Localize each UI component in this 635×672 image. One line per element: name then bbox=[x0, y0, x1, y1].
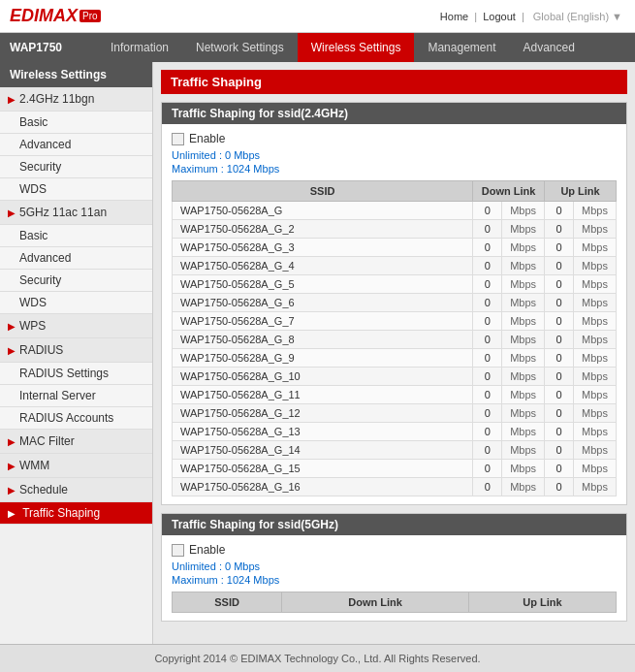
table-row: WAP1750-05628A_G_4 0 Mbps 0 Mbps bbox=[173, 257, 617, 275]
sidebar-section-5ghz: ▶ 5GHz 11ac 11an Basic Advanced Security… bbox=[0, 201, 152, 314]
ul-value: 0 bbox=[545, 220, 574, 239]
sidebar-item-24-advanced[interactable]: Advanced bbox=[0, 134, 152, 156]
arrow-icon-schedule: ▶ bbox=[8, 485, 16, 496]
sidebar: Wireless Settings ▶ 2.4GHz 11bgn Basic A… bbox=[0, 62, 153, 644]
table-row: WAP1750-05628A_G_2 0 Mbps 0 Mbps bbox=[173, 220, 617, 239]
logo-pro: Pro bbox=[79, 10, 101, 22]
ul-value: 0 bbox=[545, 312, 574, 331]
logo-text: EDIMAX bbox=[10, 6, 78, 26]
sidebar-group-5ghz[interactable]: ▶ 5GHz 11ac 11an bbox=[0, 201, 152, 225]
sidebar-item-24-basic[interactable]: Basic bbox=[0, 112, 152, 134]
sidebar-group-mac-filter[interactable]: ▶ MAC Filter bbox=[0, 430, 152, 454]
enable-checkbox-24ghz[interactable] bbox=[172, 133, 184, 145]
tab-management[interactable]: Management bbox=[414, 33, 509, 62]
ul-value: 0 bbox=[545, 460, 574, 478]
table-row: WAP1750-05628A_G_15 0 Mbps 0 Mbps bbox=[173, 460, 617, 478]
table-row: WAP1750-05628A_G_14 0 Mbps 0 Mbps bbox=[173, 441, 617, 460]
col-ssid-5ghz: SSID bbox=[173, 592, 282, 613]
navbar: WAP1750 Information Network Settings Wir… bbox=[0, 33, 635, 62]
section-header-24ghz: Traffic Shaping for ssid(2.4GHz) bbox=[162, 103, 626, 124]
ul-unit: Mbps bbox=[574, 294, 617, 312]
ssid-cell: WAP1750-05628A_G_11 bbox=[173, 386, 473, 404]
page-header: EDIMAX Pro Home | Logout | Global (Engli… bbox=[0, 0, 635, 33]
table-row: WAP1750-05628A_G_9 0 Mbps 0 Mbps bbox=[173, 349, 617, 368]
home-link[interactable]: Home bbox=[440, 11, 468, 22]
ul-value: 0 bbox=[545, 386, 574, 404]
tab-network-settings[interactable]: Network Settings bbox=[182, 33, 298, 62]
sidebar-item-radius-accounts[interactable]: RADIUS Accounts bbox=[0, 407, 152, 430]
dl-unit: Mbps bbox=[502, 257, 545, 275]
ssid-cell: WAP1750-05628A_G_6 bbox=[173, 294, 473, 312]
table-row: WAP1750-05628A_G_3 0 Mbps 0 Mbps bbox=[173, 239, 617, 257]
ul-value: 0 bbox=[545, 423, 574, 441]
sidebar-group-wmm[interactable]: ▶ WMM bbox=[0, 454, 152, 478]
table-wrapper-24ghz[interactable]: SSID Down Link Up Link WAP1750-05628A_G … bbox=[172, 180, 617, 496]
table-row: WAP1750-05628A_G_11 0 Mbps 0 Mbps bbox=[173, 386, 617, 404]
sidebar-group-schedule[interactable]: ▶ Schedule bbox=[0, 478, 152, 502]
sidebar-group-label-radius: RADIUS bbox=[19, 343, 63, 357]
shaping-table-24ghz: SSID Down Link Up Link WAP1750-05628A_G … bbox=[172, 180, 617, 496]
ul-unit: Mbps bbox=[574, 239, 617, 257]
dl-value: 0 bbox=[473, 331, 502, 349]
dl-unit: Mbps bbox=[502, 239, 545, 257]
col-uplink-5ghz: Up Link bbox=[468, 592, 616, 613]
tab-information[interactable]: Information bbox=[97, 33, 182, 62]
device-name: WAP1750 bbox=[10, 33, 97, 62]
ul-value: 0 bbox=[545, 441, 574, 460]
enable-row-24ghz: Enable bbox=[172, 132, 617, 145]
sidebar-group-radius[interactable]: ▶ RADIUS bbox=[0, 338, 152, 363]
ssid-cell: WAP1750-05628A_G_13 bbox=[173, 423, 473, 441]
ul-unit: Mbps bbox=[574, 257, 617, 275]
ssid-cell: WAP1750-05628A_G_15 bbox=[173, 460, 473, 478]
dl-value: 0 bbox=[473, 239, 502, 257]
sidebar-group-wps[interactable]: ▶ WPS bbox=[0, 314, 152, 338]
enable-checkbox-5ghz[interactable] bbox=[172, 544, 184, 557]
tab-wireless-settings[interactable]: Wireless Settings bbox=[298, 33, 415, 62]
table-row: WAP1750-05628A_G_8 0 Mbps 0 Mbps bbox=[173, 331, 617, 349]
ul-value: 0 bbox=[545, 239, 574, 257]
ssid-cell: WAP1750-05628A_G_12 bbox=[173, 404, 473, 423]
sidebar-item-5-security[interactable]: Security bbox=[0, 270, 152, 292]
section-content-5ghz: Enable Unlimited : 0 Mbps Maximum : 1024… bbox=[162, 535, 626, 621]
table-row: WAP1750-05628A_G 0 Mbps 0 Mbps bbox=[173, 202, 617, 220]
section-24ghz: Traffic Shaping for ssid(2.4GHz) Enable … bbox=[161, 102, 627, 505]
tab-advanced[interactable]: Advanced bbox=[509, 33, 587, 62]
maximum-text-24ghz: Maximum : 1024 Mbps bbox=[172, 163, 617, 175]
sidebar-item-5-basic[interactable]: Basic bbox=[0, 225, 152, 247]
sidebar-item-internal-server[interactable]: Internal Server bbox=[0, 385, 152, 407]
sidebar-item-traffic-shaping[interactable]: ▶ Traffic Shaping bbox=[0, 502, 152, 525]
dl-unit: Mbps bbox=[502, 220, 545, 239]
sidebar-item-24-wds[interactable]: WDS bbox=[0, 178, 152, 201]
sidebar-group-label-wps: WPS bbox=[19, 319, 46, 333]
dl-value: 0 bbox=[473, 220, 502, 239]
content-area: Traffic Shaping Traffic Shaping for ssid… bbox=[153, 62, 635, 644]
ul-unit: Mbps bbox=[574, 478, 617, 496]
ul-value: 0 bbox=[545, 202, 574, 220]
language-selector[interactable]: Global (English) ▼ bbox=[533, 11, 622, 22]
table-row: WAP1750-05628A_G_13 0 Mbps 0 Mbps bbox=[173, 423, 617, 441]
ul-value: 0 bbox=[545, 294, 574, 312]
logout-link[interactable]: Logout bbox=[483, 11, 516, 22]
ul-unit: Mbps bbox=[574, 368, 617, 386]
ssid-cell: WAP1750-05628A_G_14 bbox=[173, 441, 473, 460]
ul-value: 0 bbox=[545, 404, 574, 423]
dl-value: 0 bbox=[473, 349, 502, 368]
dl-value: 0 bbox=[473, 294, 502, 312]
dl-value: 0 bbox=[473, 460, 502, 478]
ssid-cell: WAP1750-05628A_G bbox=[173, 202, 473, 220]
sidebar-item-5-wds[interactable]: WDS bbox=[0, 292, 152, 314]
dl-value: 0 bbox=[473, 423, 502, 441]
sidebar-item-24-security[interactable]: Security bbox=[0, 156, 152, 178]
table-row: WAP1750-05628A_G_10 0 Mbps 0 Mbps bbox=[173, 368, 617, 386]
sidebar-item-radius-settings[interactable]: RADIUS Settings bbox=[0, 363, 152, 385]
section-header-5ghz: Traffic Shaping for ssid(5GHz) bbox=[162, 514, 626, 535]
dl-unit: Mbps bbox=[502, 331, 545, 349]
sidebar-group-24ghz[interactable]: ▶ 2.4GHz 11bgn bbox=[0, 87, 152, 112]
dl-unit: Mbps bbox=[502, 460, 545, 478]
sidebar-item-5-advanced[interactable]: Advanced bbox=[0, 247, 152, 270]
table-row: WAP1750-05628A_G_16 0 Mbps 0 Mbps bbox=[173, 478, 617, 496]
col-downlink-24ghz: Down Link bbox=[473, 181, 545, 202]
ul-unit: Mbps bbox=[574, 460, 617, 478]
dl-unit: Mbps bbox=[502, 478, 545, 496]
ul-value: 0 bbox=[545, 368, 574, 386]
